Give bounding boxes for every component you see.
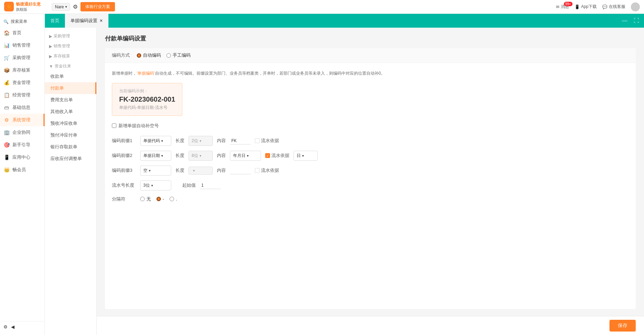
prefix3-stream: 流水依据 [255,167,279,174]
system-icon: ⚙ [3,117,10,123]
prefix2-select[interactable]: 单据日期 ▾ [140,151,171,161]
content-area: 首页 单据编码设置 ✕ — ⛶ ▶ 采购管理 ▶ 销售管理 [45,14,644,335]
separator-row: 分隔符 无 - [112,196,629,202]
info-text: 新增单据时，'单据编码'自动生成，不可编辑。前缀设置为部门、业务员等档案类，开单… [112,70,629,77]
apps-icon: 📱 [3,154,10,160]
serial-label: 流水号长度 [112,182,136,188]
sidebar-item-member[interactable]: 👑 畅会员 [0,164,45,176]
logo-text: 畅捷通好生意 旗舰版 [16,2,41,12]
sec-item-payment[interactable]: 付款单 [45,82,96,94]
prefix-row-1: 编码前缀1 单据代码 ▾ 长度 2位 ▾ 内容 [112,136,629,146]
sidebar-item-apps[interactable]: 📱 应用中心 [0,151,45,164]
separator-hyphen-radio[interactable] [156,197,161,201]
prefix2-len-label: 长度 [175,152,184,159]
sec-item-prepay-payment[interactable]: 预付冲应付单 [45,129,96,141]
settings-card: 编码方式 自动编码 手工编码 [105,48,636,309]
industry-button[interactable]: 体验行业方案 [80,2,115,11]
separator-hyphen-option[interactable]: - [156,196,164,202]
manual-code-radio[interactable] [166,53,171,58]
save-button[interactable]: 保存 [609,320,636,332]
start-label: 起始值 [182,182,196,188]
chevron-icon: ▾ [161,139,163,143]
sidebar-item-sales[interactable]: 📊 销售管理 [0,39,45,52]
sec-group-sales[interactable]: ▶ 销售管理 [45,40,96,50]
prefix1-len-select[interactable]: 2位 ▾ [189,136,213,146]
sec-item-expense[interactable]: 费用支出单 [45,94,96,106]
tab-coding[interactable]: 单据编码设置 ✕ [65,14,108,28]
tab-bar-right: — ⛶ [620,16,644,26]
chevron-icon: ▾ [200,154,201,158]
separator-dot-option[interactable]: . [170,196,177,202]
sec-item-income[interactable]: 其他收入单 [45,106,96,118]
prefix1-content-label: 内容 [217,138,226,144]
header-mid: Nare ▾ ⚙ 体验行业方案 [52,2,553,11]
logo-area: 🔆 畅捷通好生意 旗舰版 [4,2,49,12]
prefix1-select[interactable]: 单据代码 ▾ [140,136,171,146]
manual-code-option[interactable]: 手工编码 [166,52,191,58]
secondary-sidebar: ▶ 采购管理 ▶ 销售管理 ▶ 库存核算 ▼ 资金往来 收款单 付款单 费用支出… [45,28,97,335]
prefix3-label: 编码前缀3 [112,167,136,174]
tab-minimize-button[interactable]: — [620,16,629,26]
prefix2-stream-checkbox[interactable]: ✓ [265,153,270,158]
separator-dot-radio[interactable] [170,197,174,201]
settings-icon[interactable]: ⚙ [3,324,8,329]
sidebar-item-system[interactable]: ⚙ 系统管理 [0,114,45,126]
sec-item-ar-ap-adjust[interactable]: 应收应付调整单 [45,153,96,165]
sidebar-item-operation[interactable]: 📋 经营管理 [0,89,45,101]
preview-desc: 单据代码-单据日期-流水号 [119,105,175,111]
message-item[interactable]: ✉ 消息 99+ [556,4,569,10]
avatar[interactable] [631,2,640,11]
sidebar-item-home[interactable]: 🏠 首页 [0,27,45,39]
sidebar-item-guide[interactable]: 🎯 新手引导 [0,139,45,151]
tab-home[interactable]: 首页 [45,14,65,28]
separator-none-radio[interactable] [140,197,145,201]
app-download-item[interactable]: 📱 App下载 [575,4,597,10]
page-title: 付款单编码设置 [105,35,636,43]
auto-code-option[interactable]: 自动编码 [137,52,161,58]
tab-close-icon[interactable]: ✕ [99,18,103,23]
sec-item-receipt[interactable]: 收款单 [45,71,96,82]
company-selector[interactable]: Nare ▾ [52,3,70,11]
auto-code-radio[interactable] [137,53,141,58]
sidebar-item-enterprise[interactable]: 🏢 企业协同 [0,126,45,139]
sidebar-item-inventory[interactable]: 📦 库存核算 [0,64,45,76]
coding-method-radio-group: 自动编码 手工编码 [137,52,191,58]
basic-icon: 🗃 [3,104,10,111]
prefix3-content-label: 内容 [217,167,226,174]
start-value-input[interactable] [200,182,221,189]
tab-maximize-button[interactable]: ⛶ [632,16,641,26]
sec-group-purchase[interactable]: ▶ 采购管理 [45,30,96,40]
preview-label: 当前编码示例： [119,88,175,94]
search-menu[interactable]: 🔍 搜索菜单 [0,17,45,27]
serial-select[interactable]: 3位 ▾ [140,180,171,190]
chevron-icon: ▾ [151,184,153,187]
sidebar-item-finance[interactable]: 💰 资金管理 [0,76,45,89]
chevron-icon: ▾ [193,169,195,173]
sec-item-bank-deposit[interactable]: 银行存取款单 [45,141,96,153]
auto-fill-checkbox[interactable] [112,123,116,128]
prefix3-content-input[interactable] [230,167,251,174]
bottom-bar: 保存 [97,316,644,335]
sec-item-prepay-receipt[interactable]: 预收冲应收单 [45,118,96,129]
message-icon: ✉ [556,4,559,9]
prefix3-len-select[interactable]: ▾ [189,167,213,175]
prefix1-stream-checkbox[interactable] [255,138,260,143]
left-sidebar: 🔍 搜索菜单 🏠 首页 📊 销售管理 🛒 采购管理 📦 库存核算 💰 资金管理 … [0,14,45,335]
chevron-icon: ▾ [247,154,249,158]
prefix-row-3: 编码前缀3 空 ▾ 长度 ▾ 内容 [112,166,629,176]
sidebar-item-basic[interactable]: 🗃 基础信息 [0,101,45,114]
prefix1-content-input[interactable] [230,137,251,145]
prefix2-len-select[interactable]: 8位 ▾ [189,151,213,161]
prefix3-select[interactable]: 空 ▾ [140,166,171,176]
sec-group-capital[interactable]: ▼ 资金往来 [45,61,96,71]
prefix3-stream-checkbox[interactable] [255,168,260,173]
online-service-item[interactable]: 💬 在线客服 [602,4,625,10]
separator-none-option[interactable]: 无 [140,196,151,202]
gear-icon[interactable]: ⚙ [73,3,78,10]
collapse-icon[interactable]: ◀ [11,324,15,329]
prefix2-stream-select[interactable]: 日 ▾ [294,151,318,161]
prefix2-content-select[interactable]: 年月日 ▾ [230,151,261,161]
sidebar-item-purchase[interactable]: 🛒 采购管理 [0,52,45,64]
sec-group-inventory[interactable]: ▶ 库存核算 [45,50,96,61]
service-icon: 💬 [602,4,607,9]
